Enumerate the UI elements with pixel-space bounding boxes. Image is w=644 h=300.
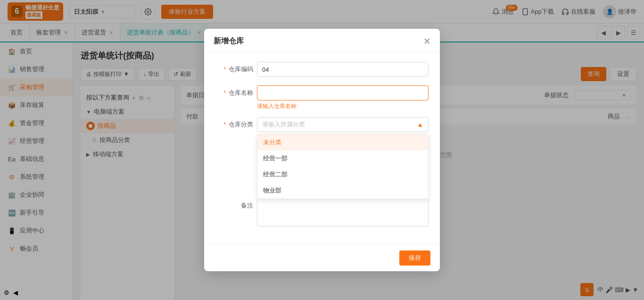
- code-input[interactable]: [257, 62, 429, 77]
- form-row-name: * 仓库名称: [215, 85, 429, 100]
- modal-header: 新增仓库 ✕: [204, 29, 440, 52]
- form-row-code: * 仓库编码: [215, 62, 429, 77]
- category-placeholder: 请输入所属分类: [262, 120, 305, 129]
- form-row-note: 备注: [215, 198, 429, 226]
- modal-close-button[interactable]: ✕: [423, 37, 430, 46]
- save-button[interactable]: 保存: [399, 250, 430, 266]
- dropdown-item-2[interactable]: 经营二部: [257, 167, 428, 183]
- dropdown-item-1[interactable]: 经营一部: [257, 150, 428, 167]
- note-label: 备注: [215, 198, 253, 213]
- dropdown-item-0[interactable]: 未分类: [257, 134, 428, 150]
- category-dropdown: 未分类 经营一部 经营二部 物业部: [257, 134, 429, 199]
- name-label: * 仓库名称: [215, 85, 253, 100]
- name-input[interactable]: [257, 85, 429, 100]
- category-select[interactable]: 请输入所属分类 ▲ 未分类 经营一部 经营二部 物业部: [257, 117, 429, 132]
- form-section-name: * 仓库名称 请输入仓库名称: [215, 85, 429, 110]
- category-select-input[interactable]: 请输入所属分类 ▲: [257, 117, 429, 132]
- modal-body: * 仓库编码 * 仓库名称 请输入仓库名称 *: [204, 52, 440, 244]
- note-textarea[interactable]: [257, 198, 429, 226]
- category-label: * 仓库分类: [215, 117, 253, 132]
- form-row-category: * 仓库分类 请输入所属分类 ▲ 未分类 经营一部 经营二部 物业部: [215, 117, 429, 132]
- chevron-up-icon: ▲: [417, 121, 423, 128]
- modal-new-warehouse: 新增仓库 ✕ * 仓库编码 * 仓库名称: [204, 29, 440, 271]
- modal-footer: 保存: [204, 244, 440, 271]
- name-error-hint: 请输入仓库名称: [257, 102, 429, 110]
- modal-overlay[interactable]: 新增仓库 ✕ * 仓库编码 * 仓库名称: [0, 0, 644, 300]
- code-label: * 仓库编码: [215, 62, 253, 77]
- modal-title: 新增仓库: [214, 36, 244, 46]
- dropdown-item-3[interactable]: 物业部: [257, 183, 428, 199]
